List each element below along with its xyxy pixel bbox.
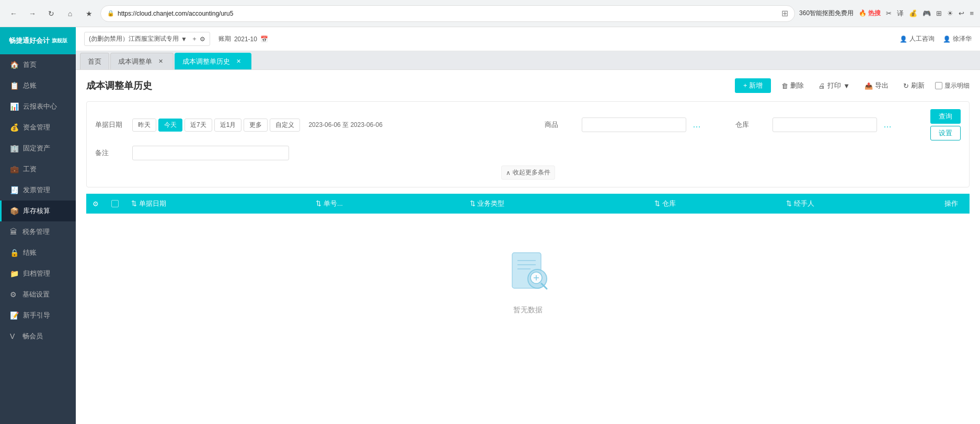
export-button[interactable]: 📤 导出	[860, 79, 893, 92]
th-biz-type[interactable]: ⇅ 业务类型	[464, 194, 648, 214]
reload-button[interactable]: ↻	[44, 6, 59, 21]
th-handler[interactable]: ⇅ 经手人	[780, 194, 938, 214]
back-button[interactable]: ←	[6, 6, 21, 21]
tax-icon: 🏛	[10, 228, 18, 236]
note-input[interactable]	[132, 146, 289, 160]
th-actions: 操作	[938, 194, 970, 214]
company-name: (勿删勿禁用）江西服宝测试专用	[89, 34, 179, 43]
nav-item-ledger[interactable]: 📋 总账	[0, 75, 76, 96]
top-bar-right: 👤 人工咨询 👤 徐泽华	[900, 34, 972, 43]
user-profile[interactable]: 👤 徐泽华	[943, 34, 972, 43]
date-btn-today[interactable]: 今天	[158, 119, 182, 132]
page-header: 成本调整单历史 + 新增 🗑 删除 🖨 打印 ▼ 📤 导出	[86, 78, 970, 93]
filter-area: 单据日期 昨天 今天 近7天 近1月 更多 自定义 2023-06-06 至 2…	[86, 101, 970, 187]
nav-item-home[interactable]: 🏠 首页	[0, 54, 76, 75]
nav-item-tax[interactable]: 🏛 税务管理	[0, 221, 76, 242]
user-avatar-icon: 👤	[943, 36, 951, 43]
assets-icon: 🏢	[10, 144, 19, 152]
add-button[interactable]: + 新增	[735, 78, 771, 93]
calendar-icon: 📅	[260, 36, 268, 43]
filter-row-1: 单据日期 昨天 今天 近7天 近1月 更多 自定义 2023-06-06 至 2…	[95, 109, 961, 140]
logo-text: 畅捷通好会计	[9, 36, 50, 45]
company-selector[interactable]: (勿删勿禁用）江西服宝测试专用 ▼ ＋ ⚙	[84, 32, 210, 46]
th-checkbox[interactable]	[105, 194, 125, 214]
nav-label-inventory: 库存核算	[23, 206, 50, 216]
refresh-button[interactable]: ↻ 刷新	[899, 79, 929, 92]
nav-item-settings[interactable]: ⚙ 基础设置	[0, 284, 76, 305]
left-nav: 畅捷通好会计 旗舰版 🏠 首页 📋 总账 📊 云报表中心 💰 资金管理 🏢 固定…	[0, 27, 76, 424]
warehouse-label: 仓库	[735, 120, 764, 129]
print-icon: 🖨	[818, 82, 825, 90]
nav-item-reports[interactable]: 📊 云报表中心	[0, 96, 76, 117]
export-icon: 📤	[864, 82, 873, 90]
table-body: 暂无数据	[86, 214, 970, 346]
date-btn-yesterday[interactable]: 昨天	[132, 119, 156, 132]
tab-cost-adjust-history[interactable]: 成本调整单历史 ✕	[175, 53, 251, 69]
nav-item-inventory[interactable]: 📦 库存核算	[0, 201, 76, 221]
address-bar[interactable]: 🔒 https://cloud.chanjet.com/accounting/u…	[100, 5, 795, 22]
th-settings[interactable]: ⚙	[86, 194, 105, 214]
settings-company-icon: ⚙	[200, 36, 205, 43]
nav-label-home: 首页	[23, 60, 37, 69]
th-number[interactable]: ⇅ 单号...	[309, 194, 463, 214]
print-button[interactable]: 🖨 打印 ▼	[814, 79, 854, 92]
scissors-icon: ✂	[886, 9, 892, 17]
bookmark-button[interactable]: ★	[82, 6, 96, 21]
coin-icon: 💰	[909, 9, 917, 17]
empty-text: 暂无数据	[513, 305, 543, 315]
date-btn-1month[interactable]: 近1月	[214, 119, 242, 132]
url-text: https://cloud.chanjet.com/accounting/uru…	[118, 10, 233, 17]
goods-input[interactable]	[582, 117, 686, 132]
home-button[interactable]: ⌂	[63, 6, 77, 21]
date-btn-more[interactable]: 更多	[244, 119, 268, 132]
nav-item-funds[interactable]: 💰 资金管理	[0, 117, 76, 138]
nav-item-archive[interactable]: 📁 归档管理	[0, 263, 76, 284]
th-warehouse[interactable]: ⇅ 仓库	[648, 194, 780, 214]
forward-button[interactable]: →	[25, 6, 40, 21]
collapse-filter-button[interactable]: ∧ 收起更多条件	[501, 166, 555, 180]
select-all-checkbox[interactable]	[111, 200, 119, 207]
nav-item-member[interactable]: V 畅会员	[0, 326, 76, 347]
empty-state: 暂无数据	[86, 214, 970, 346]
close-period-icon: 🔒	[10, 249, 19, 257]
user-service[interactable]: 👤 人工咨询	[900, 34, 935, 43]
nav-item-guide[interactable]: 📝 新手引导	[0, 305, 76, 326]
tab-cost-adjust[interactable]: 成本调整单 ✕	[110, 53, 174, 69]
nav-label-funds: 资金管理	[23, 123, 50, 132]
empty-illustration	[502, 245, 554, 297]
delete-icon: 🗑	[781, 82, 788, 90]
date-btn-custom[interactable]: 自定义	[270, 119, 300, 132]
nav-item-invoice[interactable]: 🧾 发票管理	[0, 180, 76, 201]
tab-cost-adjust-close[interactable]: ✕	[155, 56, 166, 67]
period-label: 账期	[218, 34, 231, 43]
period-value: 2021-10	[234, 36, 257, 43]
nav-item-assets[interactable]: 🏢 固定资产	[0, 138, 76, 159]
delete-button[interactable]: 🗑 删除	[777, 79, 808, 92]
browser-right-icons: 360智能抠图免费用 🔥 热搜 ✂ 译 💰 🎮 ⊞ ☀ ↩ ≡	[799, 9, 974, 18]
nav-label-ledger: 总账	[23, 81, 37, 90]
nav-label-archive: 归档管理	[23, 269, 50, 278]
tab-home[interactable]: 首页	[80, 53, 109, 69]
tab-cost-adjust-history-close[interactable]: ✕	[233, 56, 244, 67]
nav-item-salary[interactable]: 💼 工资	[0, 159, 76, 180]
checkbox-show-cols	[935, 82, 942, 89]
warehouse-more-icon[interactable]: …	[881, 120, 894, 129]
show-cols-toggle[interactable]: 显示明细	[935, 81, 970, 90]
goods-field: …	[582, 117, 727, 132]
settings-button[interactable]: 设置	[930, 126, 961, 140]
empty-row: 暂无数据	[86, 214, 970, 346]
warehouse-input[interactable]	[773, 117, 877, 132]
period-info: 账期 2021-10 📅	[218, 34, 268, 43]
data-table: ⚙ ⇅ 单据日期 ⇅ 单号... ⇅ 业务类型	[86, 194, 970, 346]
search-box[interactable]: 360智能抠图免费用	[799, 9, 854, 18]
nav-label-invoice: 发票管理	[23, 185, 50, 195]
invoice-icon: 🧾	[10, 186, 19, 194]
refresh-icon: ↻	[903, 82, 909, 90]
query-button[interactable]: 查询	[930, 109, 961, 124]
goods-more-icon[interactable]: …	[690, 120, 703, 129]
column-settings-icon: ⚙	[93, 200, 99, 208]
th-date[interactable]: ⇅ 单据日期	[125, 194, 309, 214]
nav-item-close[interactable]: 🔒 结账	[0, 242, 76, 263]
settings-icon: ☀	[947, 9, 953, 17]
date-btn-7days[interactable]: 近7天	[185, 119, 212, 132]
